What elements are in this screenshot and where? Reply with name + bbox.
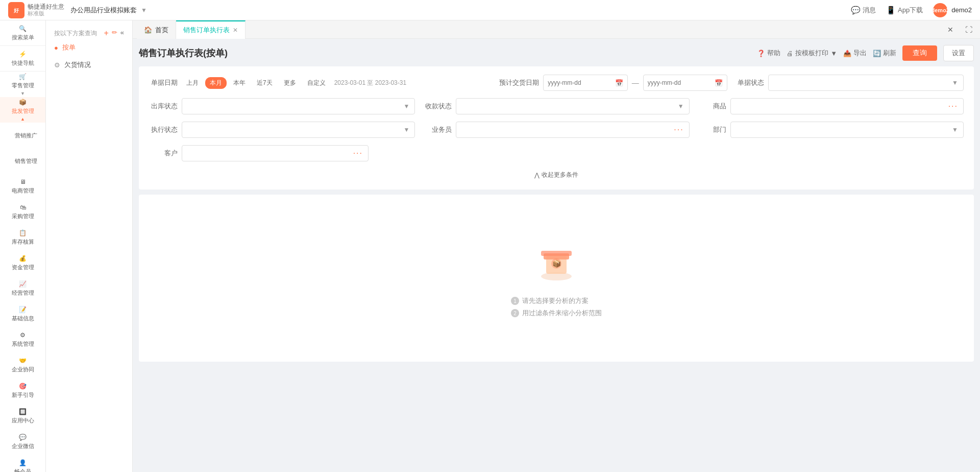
refresh-icon: 🔄	[873, 50, 881, 57]
sidebar-item-quick-nav[interactable]: ⚡ 快捷导航	[0, 46, 45, 72]
status-select[interactable]: ▼	[768, 75, 964, 91]
date-from-input[interactable]	[548, 79, 612, 86]
sidebar-item-operation[interactable]: 📈 经营管理	[0, 276, 45, 301]
filter-row-exec: 执行状态 ▼ 业务员 ···	[149, 122, 964, 138]
svg-rect-5	[541, 251, 572, 256]
goods-label: 商品	[698, 102, 726, 111]
receive-select[interactable]: ▼	[456, 98, 689, 114]
ecommerce-icon: 🖥	[20, 178, 26, 185]
sidebar-item-app-center[interactable]: 🔲 应用中心	[0, 404, 45, 429]
close-window-button[interactable]: ✕	[943, 22, 958, 37]
sidebar-item-search-menu[interactable]: 🔍 搜索菜单	[0, 20, 45, 46]
tab-sales-exec[interactable]: 销售订单执行表 ✕	[176, 20, 246, 39]
search-icon: 🔍	[19, 25, 27, 32]
user-menu[interactable]: demo2 demo2	[933, 3, 972, 17]
sidebar-item-marketing[interactable]: 营销推广	[0, 123, 45, 148]
expected-date-from[interactable]: 📅	[543, 75, 627, 91]
sidebar-item-cooperation[interactable]: 🤝 企业协同	[0, 352, 45, 378]
sidebar-item-basic[interactable]: 📝 基础信息	[0, 301, 45, 327]
app-download-icon: 📱	[886, 6, 896, 15]
sidebar-item-retail[interactable]: 🛒 零售管理 ▼	[0, 72, 45, 97]
date-separator: —	[632, 79, 639, 87]
export-button[interactable]: 📤 导出	[843, 49, 867, 58]
sidebar-item-member[interactable]: 👤 畅会员	[0, 455, 45, 472]
sidebar-item-sales[interactable]: 销售管理	[0, 148, 45, 174]
query-button[interactable]: 查询	[902, 45, 937, 61]
goods-select[interactable]: ···	[730, 98, 964, 114]
breadcrumb-text: 办公用品行业模拟账套	[70, 6, 137, 15]
svg-text:📦: 📦	[552, 259, 561, 268]
sidebar-item-system[interactable]: ⚙ 系统管理	[0, 327, 45, 352]
sub-item-andan[interactable]: ● 按单	[46, 39, 132, 56]
salesman-dots-icon[interactable]: ···	[674, 125, 683, 134]
tab-close-icon[interactable]: ✕	[233, 27, 238, 34]
sub-item-qianhuo[interactable]: ⚙ 欠货情况	[46, 56, 132, 74]
date-group: 单据日期 上月 本月 本年 近7天 更多 自定义 2023-03-01 至 20…	[149, 77, 491, 89]
date-label: 单据日期	[149, 78, 178, 87]
date-to-input[interactable]	[648, 79, 713, 86]
customer-select[interactable]: ···	[182, 145, 369, 161]
sidebar-item-finance[interactable]: 💰 资金管理	[0, 250, 45, 276]
help-button[interactable]: ❓ 帮助	[757, 49, 780, 58]
status-chevron-icon: ▼	[952, 79, 958, 86]
sidebar-item-purchase[interactable]: 🛍 采购管理	[0, 199, 45, 225]
chevron-down-icon[interactable]: ▼	[141, 7, 147, 14]
page-header: 销售订单执行表(按单) ❓ 帮助 🖨 按模板打印 ▼ 📤	[139, 45, 974, 61]
print-template-button[interactable]: 🖨 按模板打印 ▼	[787, 49, 837, 58]
app-download-action[interactable]: 📱 App下载	[886, 6, 923, 15]
sidebar-item-inventory[interactable]: 📋 库存核算	[0, 225, 45, 250]
exec-select[interactable]: ▼	[182, 122, 415, 138]
filter-row-date: 单据日期 上月 本月 本年 近7天 更多 自定义 2023-03-01 至 20…	[149, 75, 964, 91]
maximize-window-button[interactable]: ⛶	[962, 22, 976, 37]
andan-icon: ●	[54, 44, 58, 52]
inventory-icon: 📋	[19, 229, 27, 237]
date-tabs: 上月 本月 本年 近7天 更多 自定义	[182, 77, 330, 89]
settings-button[interactable]: 设置	[943, 45, 974, 61]
home-icon: 🏠	[144, 26, 152, 34]
sidebar-item-wechat[interactable]: 💬 企业微信	[0, 429, 45, 455]
date-tab-custom[interactable]: 自定义	[303, 77, 330, 89]
goods-group: 商品 ···	[698, 98, 964, 114]
export-icon: 📤	[843, 50, 851, 57]
filter-row-stock: 出库状态 ▼ 收款状态 ▼	[149, 98, 964, 114]
date-tab-7days[interactable]: 近7天	[252, 77, 277, 89]
collapse-button[interactable]: ⋀ 收起更多条件	[534, 171, 578, 179]
date-tab-thismonth[interactable]: 本月	[205, 77, 227, 89]
date-tab-thisyear[interactable]: 本年	[229, 77, 250, 89]
date-tab-more[interactable]: 更多	[279, 77, 301, 89]
edit-scheme-icon[interactable]: ✏	[112, 29, 117, 38]
top-bar-left: 好 畅捷通好生意 标准版 办公用品行业模拟账套 ▼	[8, 2, 147, 18]
operation-icon: 📈	[19, 280, 27, 288]
lightning-icon: ⚡	[19, 51, 27, 58]
collapse-panel-icon[interactable]: «	[120, 29, 124, 38]
goods-dots-icon[interactable]: ···	[948, 102, 958, 111]
dept-select[interactable]: ▼	[730, 122, 964, 138]
sub-panel: 按以下方案查询 + ✏ « ● 按单 ⚙ 欠货情况	[46, 20, 133, 472]
top-bar-right: 💬 消息 📱 App下载 demo2 demo2	[851, 3, 972, 17]
dept-group: 部门 ▼	[698, 122, 964, 138]
sidebar-item-newbie[interactable]: 🎯 新手引导	[0, 378, 45, 404]
tab-home[interactable]: 🏠 首页	[137, 20, 176, 39]
add-scheme-icon[interactable]: +	[104, 29, 108, 38]
date-tab-lastmonth[interactable]: 上月	[182, 77, 203, 89]
empty-hints: 1 请先选择要分析的方案 2 用过滤条件来缩小分析范围	[511, 296, 602, 321]
tab-window-actions: ✕ ⛶	[943, 22, 976, 37]
customer-dots-icon[interactable]: ···	[353, 149, 363, 158]
message-action[interactable]: 💬 消息	[851, 6, 876, 15]
expected-date-to[interactable]: 📅	[643, 75, 727, 91]
receive-group: 收款状态 ▼	[423, 98, 689, 114]
top-bar: 好 畅捷通好生意 标准版 办公用品行业模拟账套 ▼ 💬 消息 📱 App下载	[0, 0, 980, 20]
customer-label: 客户	[149, 149, 178, 158]
filter-row-customer: 客户 ···	[149, 145, 964, 161]
date-range-text: 2023-03-01 至 2023-03-31	[334, 79, 406, 87]
salesman-select[interactable]: ···	[456, 122, 689, 138]
dept-label: 部门	[698, 125, 726, 134]
calendar-from-icon: 📅	[615, 79, 623, 87]
print-icon: 🖨	[787, 50, 793, 57]
sidebar-item-wholesale[interactable]: 📦 批发管理 ▲	[0, 97, 45, 123]
hint-num-1: 1	[511, 297, 519, 305]
out-stock-select[interactable]: ▼	[182, 98, 415, 114]
app-center-icon: 🔲	[19, 408, 27, 415]
sidebar-item-ecommerce[interactable]: 🖥 电商管理	[0, 174, 45, 199]
refresh-button[interactable]: 🔄 刷新	[873, 49, 896, 58]
